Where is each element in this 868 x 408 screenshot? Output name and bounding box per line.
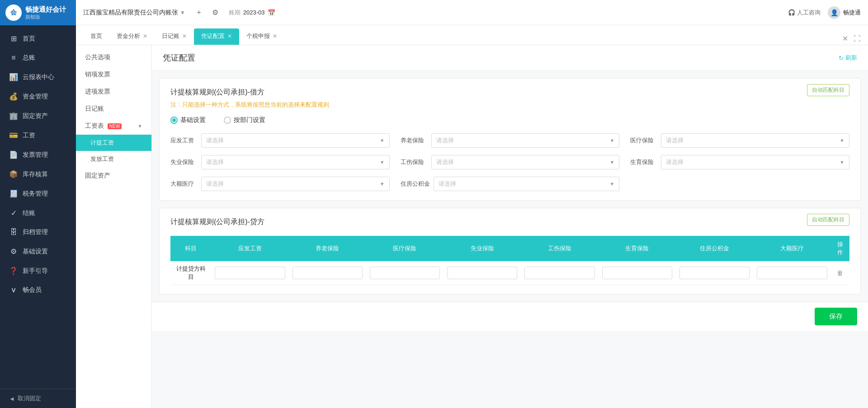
sidebar-item-archive[interactable]: 🗄 归档管理 <box>0 223 76 242</box>
input-gross[interactable] <box>215 267 285 279</box>
td-unemployment-input[interactable] <box>443 261 521 285</box>
table-row: 计提贷方科目 🗑 <box>170 261 849 285</box>
sidebar-item-guide[interactable]: ❓ 新手引导 <box>0 261 76 281</box>
tab-close-btn[interactable]: ✕ <box>842 34 848 43</box>
field-medical: 医疗保险 请选择 ▼ <box>630 133 849 148</box>
left-nav-purchase-invoice[interactable]: 进项发票 <box>76 83 151 100</box>
refresh-button[interactable]: ↻ 刷新 <box>839 54 857 62</box>
save-button[interactable]: 保存 <box>815 308 857 325</box>
td-housing-input[interactable] <box>676 261 753 285</box>
sidebar-item-inventory[interactable]: 📦 库存核算 <box>0 164 76 184</box>
credit-section-title: 计提核算规则(公司承担)-贷方 <box>170 217 849 227</box>
td-delete[interactable]: 🗑 <box>831 261 849 285</box>
tab-home-label: 首页 <box>90 32 102 40</box>
input-housing[interactable] <box>679 267 750 279</box>
add-account-btn[interactable]: ＋ <box>193 6 205 19</box>
tax-icon: 🧾 <box>9 189 18 198</box>
settings-icon: ⚙ <box>9 247 18 256</box>
sidebar-item-settings[interactable]: ⚙ 基础设置 <box>0 242 76 261</box>
credit-section: 自动匹配科目 计提核算规则(公司承担)-贷方 科目 应发工资 养老保险 医疗保险… <box>159 208 861 295</box>
user-menu[interactable]: 👤 畅捷通 <box>828 6 861 19</box>
period-label: 账期 <box>229 9 241 17</box>
tab-funds-close[interactable]: ✕ <box>143 33 147 39</box>
logo-text-group: 畅捷通好会计 旗舰版 <box>25 5 66 20</box>
sidebar-item-vip[interactable]: V 畅会员 <box>0 281 76 300</box>
td-large-medical-input[interactable] <box>753 261 830 285</box>
field-work-injury: 工伤保险 请选择 ▼ <box>401 155 620 169</box>
arrow-left-icon: ◄ <box>9 395 15 402</box>
td-work-injury-input[interactable] <box>521 261 598 285</box>
company-selector[interactable]: 江西服宝精品有限责任公司内账张 ▼ <box>83 9 185 17</box>
left-nav-pay-salary-label: 发放工资 <box>90 155 114 163</box>
input-unemployment[interactable] <box>447 267 517 279</box>
refresh-label: 刷新 <box>845 54 857 62</box>
chevron-down-icon-3: ▼ <box>840 138 844 143</box>
select-housing-fund[interactable]: 请选择 ▼ <box>434 177 620 191</box>
left-nav-accrued-salary[interactable]: 计提工资 <box>76 135 151 151</box>
sidebar-item-ledger-label: 总账 <box>23 54 35 62</box>
select-gross-salary[interactable]: 请选择 ▼ <box>201 133 390 148</box>
sidebar-item-funds[interactable]: 💰 资金管理 <box>0 87 76 106</box>
sidebar-item-inventory-label: 库存核算 <box>23 170 48 178</box>
sidebar-item-reports[interactable]: 📊 云报表中心 <box>0 67 76 87</box>
cancel-fixed-label: 取消固定 <box>18 394 41 403</box>
period-selector[interactable]: 账期 2023-03 📅 <box>229 9 275 17</box>
left-nav-purchase-invoice-label: 进项发票 <box>85 88 110 96</box>
sidebar-item-ledger[interactable]: ≡ 总账 <box>0 48 76 67</box>
input-large-medical[interactable] <box>757 267 827 279</box>
tab-home[interactable]: 首页 <box>83 28 109 45</box>
debit-header: 自动匹配科目 计提核算规则(公司承担)-借方 <box>170 88 849 101</box>
input-maternity[interactable] <box>602 267 672 279</box>
radio-department[interactable]: 按部门设置 <box>224 116 265 124</box>
cancel-fixed-btn[interactable]: ◄ 取消固定 <box>0 389 76 408</box>
radio-basic[interactable]: 基础设置 <box>170 116 206 124</box>
sidebar-item-home[interactable]: ⊞ 首页 <box>0 29 76 48</box>
td-maternity-input[interactable] <box>599 261 676 285</box>
td-medical-input[interactable] <box>366 261 443 285</box>
left-nav-journal[interactable]: 日记账 <box>76 100 151 117</box>
td-gross-input[interactable] <box>211 261 288 285</box>
left-nav-payroll-table[interactable]: 工资表 NEW ▼ <box>76 117 151 135</box>
select-large-medical[interactable]: 请选择 ▼ <box>201 177 390 191</box>
service-btn[interactable]: 🎧 人工咨询 <box>788 9 821 17</box>
tab-expand-btn[interactable]: ⛶ <box>854 35 861 43</box>
label-work-injury: 工伤保险 <box>401 158 428 166</box>
left-nav-sales-invoice-label: 销项发票 <box>85 70 110 79</box>
input-work-injury[interactable] <box>524 267 594 279</box>
auto-match-credit-btn[interactable]: 自动匹配科目 <box>807 214 849 226</box>
select-unemployment[interactable]: 请选择 ▼ <box>201 155 390 169</box>
input-pension[interactable] <box>292 267 363 279</box>
input-medical[interactable] <box>370 267 440 279</box>
label-medical: 医疗保险 <box>630 136 657 145</box>
select-pension[interactable]: 请选择 ▼ <box>431 133 620 148</box>
auto-match-debit-btn[interactable]: 自动匹配科目 <box>807 84 849 96</box>
sidebar-item-invoice[interactable]: 📄 发票管理 <box>0 145 76 164</box>
tab-journal-close[interactable]: ✕ <box>182 33 187 39</box>
tab-voucher-config-close[interactable]: ✕ <box>227 33 232 39</box>
select-work-injury[interactable]: 请选择 ▼ <box>431 155 620 169</box>
label-unemployment: 失业保险 <box>170 158 198 166</box>
tab-funds[interactable]: 资金分析 ✕ <box>109 28 155 45</box>
td-pension-input[interactable] <box>289 261 366 285</box>
left-nav-fixed-assets[interactable]: 固定资产 <box>76 167 151 184</box>
tab-tax-report[interactable]: 个税申报 ✕ <box>239 28 284 45</box>
left-nav-public[interactable]: 公共选项 <box>76 49 151 66</box>
tab-tax-report-close[interactable]: ✕ <box>273 33 277 39</box>
tab-voucher-config[interactable]: 凭证配置 ✕ <box>194 28 239 45</box>
select-medical[interactable]: 请选择 ▼ <box>661 133 849 148</box>
sidebar-item-tax[interactable]: 🧾 税务管理 <box>0 184 76 203</box>
left-nav-sales-invoice[interactable]: 销项发票 <box>76 66 151 83</box>
th-action: 操作 <box>831 236 849 261</box>
tab-journal[interactable]: 日记账 ✕ <box>155 28 194 45</box>
debit-section-title: 计提核算规则(公司承担)-借方 <box>170 88 849 97</box>
left-nav-pay-salary[interactable]: 发放工资 <box>76 151 151 167</box>
delete-row-btn[interactable]: 🗑 <box>837 269 843 277</box>
save-bar: 保存 <box>152 302 868 331</box>
funds-icon: 💰 <box>9 92 18 101</box>
settings-btn[interactable]: ⚙ <box>209 6 222 19</box>
sidebar-item-close[interactable]: ✓ 结账 <box>0 203 76 223</box>
select-maternity[interactable]: 请选择 ▼ <box>661 155 849 169</box>
sidebar-item-salary[interactable]: 💳 工资 <box>0 126 76 145</box>
sidebar-item-assets[interactable]: 🏢 固定资产 <box>0 106 76 126</box>
sidebar-item-assets-label: 固定资产 <box>23 112 48 120</box>
